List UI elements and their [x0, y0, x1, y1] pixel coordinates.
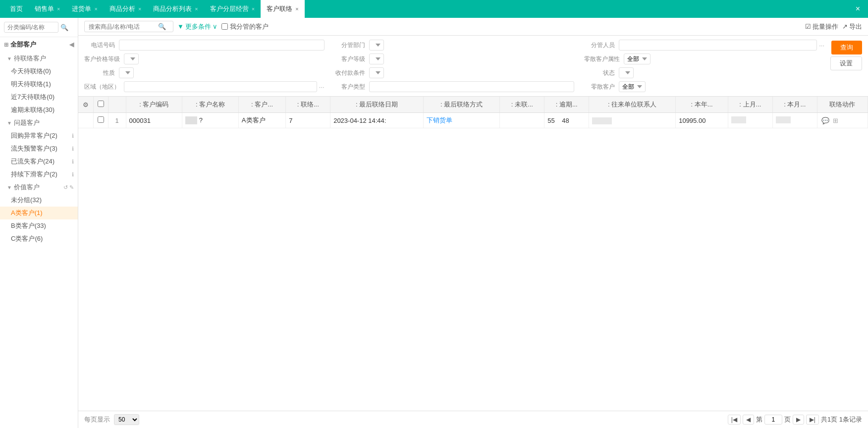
close-product-tab[interactable]: × — [138, 6, 141, 12]
th-last-month[interactable]: : 上月... — [728, 97, 772, 113]
retail-customer-select[interactable]: 全部 — [619, 81, 646, 92]
gear-icon[interactable]: ⚙ — [83, 101, 89, 108]
sidebar-all-customers-header[interactable]: ⊞ 全部客户 ◀ — [0, 37, 78, 52]
search-input[interactable] — [89, 23, 158, 30]
th-contact[interactable]: : 联络... — [286, 97, 330, 113]
chat-icon[interactable]: 💬 — [821, 117, 829, 124]
sidebar-item-today[interactable]: 今天待联络(0) — [0, 65, 78, 78]
th-last-method[interactable]: : 最后联络方式 — [423, 97, 500, 113]
customer-type-input[interactable] — [369, 81, 575, 92]
td-checkbox[interactable] — [93, 113, 108, 128]
nav-home[interactable]: 首页 — [4, 0, 29, 18]
per-page-select[interactable]: 50 100 200 — [114, 414, 139, 425]
customer-level-select[interactable] — [369, 54, 384, 64]
region-extra[interactable]: ··· — [319, 83, 325, 91]
region-input[interactable] — [124, 81, 317, 92]
group-problem-customers[interactable]: ▼ 问题客户 — [0, 116, 78, 129]
manager-extra[interactable]: ··· — [819, 42, 824, 49]
search-icon[interactable]: 🔍 — [158, 23, 166, 30]
close-segment-tab[interactable]: × — [252, 6, 255, 12]
nav-tab-purchase[interactable]: 进货单 × — [66, 0, 103, 18]
info-icon[interactable]: ℹ — [72, 171, 74, 178]
sidebar-item-7days[interactable]: 近7天待联络(0) — [0, 91, 78, 104]
th-overdue[interactable]: : 逾期... — [544, 97, 589, 113]
my-customers-check[interactable] — [221, 23, 228, 30]
refresh-icon[interactable]: ↺ — [63, 184, 68, 191]
my-customers-checkbox[interactable]: 我分管的客户 — [221, 22, 269, 31]
close-contact-tab[interactable]: × — [295, 6, 298, 12]
group-pending-contact[interactable]: ▼ 待联络客户 — [0, 52, 78, 65]
th-code[interactable]: : 客户编码 — [126, 97, 182, 113]
nav-tab-customer-segment[interactable]: 客户分层经营 × — [204, 0, 261, 18]
dept-select-wrapper — [369, 40, 575, 51]
close-purchase-tab[interactable]: × — [94, 6, 97, 12]
status-select[interactable] — [619, 67, 634, 78]
sidebar-item-class-a[interactable]: A类客户(1) — [0, 207, 78, 219]
sidebar-item-churned[interactable]: 已流失客户(24) ℹ — [0, 155, 78, 168]
grid-action-icon[interactable]: ⊞ — [833, 117, 838, 124]
nav-tab-customer-contact[interactable]: 客户联络 × — [261, 0, 304, 18]
nav-tab-sales[interactable]: 销售单 × — [29, 0, 66, 18]
th-unit-contact[interactable]: : 往来单位联系人 — [589, 97, 676, 113]
sidebar-search-icon[interactable]: 🔍 — [60, 24, 68, 31]
export-btn[interactable]: ↗ 导出 — [842, 22, 862, 31]
nav-tab-product-list[interactable]: 商品分析列表 × — [147, 0, 204, 18]
sidebar-item-repurchase-abnormal[interactable]: 回购异常客户(2) ℹ — [0, 129, 78, 142]
info-icon[interactable]: ℹ — [72, 133, 74, 139]
collapse-icon[interactable]: ◀ — [69, 41, 74, 48]
sidebar-item-tomorrow[interactable]: 明天待联络(1) — [0, 78, 78, 91]
prev-page-btn[interactable]: ◀ — [743, 415, 754, 425]
th-name[interactable]: : 客户名称 — [182, 97, 239, 113]
group-value-customers[interactable]: ▼ 价值客户 ↺ ✎ — [0, 181, 78, 194]
th-type[interactable]: : 客户... — [238, 97, 285, 113]
close-product-list-tab[interactable]: × — [195, 6, 198, 12]
sidebar-item-declining[interactable]: 持续下滑客户(2) ℹ — [0, 168, 78, 181]
sidebar-item-class-c[interactable]: C类客户(6) — [0, 232, 78, 245]
row-checkbox[interactable] — [98, 116, 104, 123]
dept-select[interactable] — [369, 40, 384, 51]
page-input[interactable] — [764, 415, 782, 425]
nav-tab-product-analysis[interactable]: 商品分析 × — [104, 0, 147, 18]
sidebar-search-input[interactable] — [4, 22, 58, 33]
phone-input[interactable] — [119, 40, 325, 51]
sidebar-item-overdue[interactable]: 逾期未联络(30) — [0, 104, 78, 116]
sidebar-item-churn-warning[interactable]: 流失预警客户(3) ℹ — [0, 142, 78, 155]
unit-contact-placeholder — [592, 117, 612, 124]
close-all-tabs[interactable]: × — [852, 4, 864, 13]
export-label: 导出 — [849, 22, 862, 31]
query-button[interactable]: 查询 — [831, 41, 862, 54]
region-label: 区域（地区） — [84, 83, 124, 91]
info-icon[interactable]: ℹ — [72, 159, 74, 165]
batch-op-btn[interactable]: ☑ 批量操作 — [805, 22, 838, 31]
edit-icon[interactable]: ✎ — [69, 184, 74, 191]
item-label: 回购异常客户(2) — [11, 131, 57, 140]
table-row: 1 000031 ? A类客户 7 — [78, 113, 868, 128]
manager-input[interactable] — [619, 40, 817, 51]
info-icon[interactable]: ℹ — [72, 146, 74, 152]
select-all-checkbox[interactable] — [98, 101, 104, 107]
bottom-bar: 每页显示 50 100 200 |◀ ◀ 第 页 ▶ ▶| 共1页 1条记录 — [78, 411, 868, 428]
next-page-btn[interactable]: ▶ — [793, 415, 804, 425]
th-this-month[interactable]: : 本月... — [772, 97, 817, 113]
settings-button[interactable]: 设置 — [830, 56, 862, 70]
last-page-btn[interactable]: ▶| — [806, 415, 819, 425]
filter-bar: 🔍 ▼ 更多条件 ∨ 我分管的客户 ☑ 批量操作 ↗ 导出 — [78, 18, 868, 36]
payment-select[interactable] — [369, 67, 384, 78]
more-filters-btn[interactable]: ▼ 更多条件 ∨ — [177, 22, 217, 31]
price-level-select[interactable] — [124, 54, 139, 64]
th-settings[interactable]: ⚙ — [78, 97, 93, 113]
sidebar-item-unclassified[interactable]: 未分组(32) — [0, 194, 78, 207]
nature-select[interactable] — [119, 67, 134, 78]
th-last-date[interactable]: : 最后联络日期 — [330, 97, 424, 113]
retail-attr-select[interactable]: 全部 — [624, 54, 651, 64]
th-this-year[interactable]: : 本年... — [676, 97, 728, 113]
item-label: 流失预警客户(3) — [11, 144, 57, 153]
th-uncontact[interactable]: : 未联... — [500, 97, 544, 113]
sidebar-item-class-b[interactable]: B类客户(33) — [0, 219, 78, 232]
th-checkbox[interactable] — [93, 97, 108, 113]
first-page-btn[interactable]: |◀ — [728, 415, 741, 425]
status-wrapper — [619, 67, 824, 78]
close-sales-tab[interactable]: × — [57, 6, 60, 12]
last-method-link[interactable]: 下销货单 — [427, 116, 452, 124]
manager-label: 分管人员 — [584, 41, 619, 50]
